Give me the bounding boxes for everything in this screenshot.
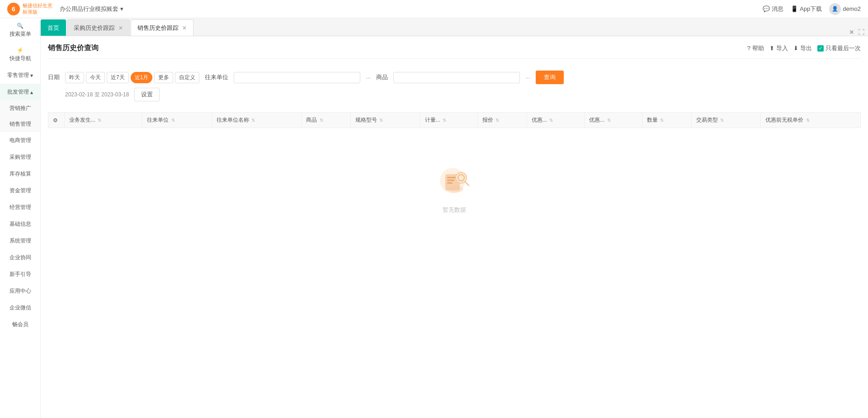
message-action[interactable]: 💬 消息 xyxy=(763,5,783,13)
filter-row-2: 2023-02-18 至 2023-03-18 设置 xyxy=(48,88,861,101)
data-table: ⚙ 业务发生... ⇅ 往来单位 ⇅ 往来单位名称 ⇅ xyxy=(48,112,861,128)
sidebar-item-finance-mgmt[interactable]: 资金管理 xyxy=(0,182,40,199)
close-tab-action-icon[interactable]: ✕ xyxy=(849,28,854,36)
goods-label: 商品 xyxy=(376,73,388,81)
close-sales-tab-icon[interactable]: ✕ xyxy=(182,25,187,31)
svg-rect-5 xyxy=(447,182,453,184)
goods-input[interactable] xyxy=(393,72,520,83)
date-btn-custom[interactable]: 自定义 xyxy=(175,72,199,83)
col-trade-type[interactable]: 交易类型 ⇅ xyxy=(691,113,761,128)
date-btn-last7[interactable]: 近7天 xyxy=(107,72,129,83)
sidebar-item-retail-mgmt[interactable]: 零售管理 ▾ xyxy=(0,67,40,84)
import-icon: ⬆ xyxy=(769,45,774,52)
sort-icon-source-unit-name: ⇅ xyxy=(251,118,255,123)
date-btn-more[interactable]: 更多 xyxy=(154,72,173,83)
col-unit[interactable]: 计量... ⇅ xyxy=(420,113,477,128)
sort-icon-trade-type: ⇅ xyxy=(720,118,724,123)
sort-icon-quantity: ⇅ xyxy=(660,118,664,123)
date-filter-label: 日期 xyxy=(48,73,60,81)
svg-rect-3 xyxy=(447,177,456,178)
sort-icon-discount2: ⇅ xyxy=(607,118,611,123)
date-btn-last1m[interactable]: 近1月 xyxy=(131,72,153,83)
export-action[interactable]: ⬇ 导出 xyxy=(793,44,812,52)
filter-row-1: 日期 昨天 今天 近7天 近1月 更多 自定义 往来单位 ··· 商品 ··· xyxy=(48,71,861,84)
message-icon: 💬 xyxy=(763,5,770,12)
date-range-text: 2023-02-18 至 2023-03-18 xyxy=(65,91,129,99)
help-action[interactable]: ? 帮助 xyxy=(747,44,764,52)
sidebar-item-system-mgmt[interactable]: 系统管理 xyxy=(0,233,40,249)
app-selector[interactable]: 办公用品行业模拟账套 ▾ xyxy=(56,3,127,15)
col-goods[interactable]: 商品 ⇅ xyxy=(302,113,351,128)
source-unit-input[interactable] xyxy=(234,72,360,83)
col-source-unit[interactable]: 往来单位 ⇅ xyxy=(142,113,212,128)
col-pretax-price[interactable]: 优惠前无税单价 ⇅ xyxy=(761,113,861,128)
sidebar-item-quick-nav[interactable]: ⚡ 快捷导航 xyxy=(0,43,40,67)
sidebar-item-business-mgmt[interactable]: 经营管理 xyxy=(0,199,40,216)
sidebar-item-sales-mgmt[interactable]: 销售管理 xyxy=(0,116,40,132)
title-actions: ? 帮助 ⬆ 导入 ⬇ 导出 ✓ 只看最后一次 xyxy=(747,44,861,52)
sidebar-item-search-menu[interactable]: 🔍 搜索菜单 xyxy=(0,18,40,43)
logo-text: 畅捷信好生意 标准版 xyxy=(23,3,52,14)
header-right: 💬 消息 📱 App下载 👤 demo2 xyxy=(763,3,861,15)
svg-rect-4 xyxy=(447,180,454,181)
col-quote[interactable]: 报价 ⇅ xyxy=(478,113,527,128)
logo-area: 6 畅捷信好生意 标准版 xyxy=(7,3,52,15)
sidebar-item-marketing[interactable]: 营销推广 xyxy=(0,100,40,116)
col-source-unit-name[interactable]: 往来单位名称 ⇅ xyxy=(212,113,301,128)
empty-text: 暂无数据 xyxy=(443,206,466,214)
sort-icon-source-unit: ⇅ xyxy=(171,118,175,123)
tab-purchase-history[interactable]: 采购历史价跟踪 ✕ xyxy=(67,19,130,36)
sidebar-item-enterprise-collab[interactable]: 企业协同 xyxy=(0,249,40,266)
sidebar-item-inventory-calc[interactable]: 库存核算 xyxy=(0,166,40,182)
date-btn-yesterday[interactable]: 昨天 xyxy=(65,72,84,83)
col-settings[interactable]: ⚙ xyxy=(48,113,65,128)
sidebar-item-wholesale-mgmt[interactable]: 批发管理 ▴ xyxy=(0,84,40,100)
sidebar-item-member-club[interactable]: 畅会员 xyxy=(0,316,40,333)
sidebar-item-ecommerce-mgmt[interactable]: 电商管理 xyxy=(0,132,40,149)
query-button[interactable]: 查询 xyxy=(536,71,564,84)
maximize-tab-action-icon[interactable]: ⛶ xyxy=(858,28,864,36)
top-header: 6 畅捷信好生意 标准版 办公用品行业模拟账套 ▾ 💬 消息 📱 App下载 👤… xyxy=(0,0,868,18)
goods-dots[interactable]: ··· xyxy=(525,74,530,81)
sidebar-item-basic-info[interactable]: 基础信息 xyxy=(0,216,40,233)
col-quantity[interactable]: 数量 ⇅ xyxy=(642,113,691,128)
nav-icon: ⚡ xyxy=(17,47,24,53)
sidebar-item-enterprise-wechat[interactable]: 企业微信 xyxy=(0,299,40,316)
page-content: 销售历史价查询 ? 帮助 ⬆ 导入 ⬇ 导出 ✓ xyxy=(41,36,868,418)
sales-history-tab-label: 销售历史价跟踪 xyxy=(137,24,179,32)
table-header: ⚙ 业务发生... ⇅ 往来单位 ⇅ 往来单位名称 ⇅ xyxy=(48,113,861,128)
tab-sales-history[interactable]: 销售历史价跟踪 ✕ xyxy=(131,19,193,36)
settings-button[interactable]: 设置 xyxy=(134,88,160,101)
empty-state: 暂无数据 xyxy=(48,128,861,250)
header-left: 6 畅捷信好生意 标准版 办公用品行业模拟账套 ▾ xyxy=(7,3,127,15)
source-unit-dots[interactable]: ··· xyxy=(366,74,371,81)
tab-bar: 首页 采购历史价跟踪 ✕ 销售历史价跟踪 ✕ ✕ ⛶ xyxy=(41,18,868,36)
col-spec[interactable]: 规格型号 ⇅ xyxy=(350,113,420,128)
import-action[interactable]: ⬆ 导入 xyxy=(769,44,788,52)
source-unit-label: 往来单位 xyxy=(205,73,228,81)
sidebar-item-app-center[interactable]: 应用中心 xyxy=(0,283,40,299)
last-only-checkbox[interactable]: ✓ 只看最后一次 xyxy=(817,44,861,52)
sidebar-item-new-guide[interactable]: 新手引导 xyxy=(0,266,40,283)
export-icon: ⬇ xyxy=(793,45,798,52)
col-discount2[interactable]: 优惠... ⇅ xyxy=(585,113,642,128)
user-avatar[interactable]: 👤 demo2 xyxy=(829,3,861,15)
sort-icon-biz-date: ⇅ xyxy=(98,118,101,123)
logo-icon: 6 xyxy=(7,3,20,15)
col-discount1[interactable]: 优惠... ⇅ xyxy=(527,113,584,128)
sidebar-item-purchase-mgmt[interactable]: 采购管理 xyxy=(0,149,40,166)
avatar: 👤 xyxy=(829,3,841,15)
search-icon: 🔍 xyxy=(17,23,24,29)
sidebar: 🔍 搜索菜单 ⚡ 快捷导航 零售管理 ▾ 批发管理 ▴ 营销推广 销售管理 电商… xyxy=(0,18,41,418)
page-title: 销售历史价查询 xyxy=(48,43,99,53)
sort-icon-discount1: ⇅ xyxy=(549,118,553,123)
page-title-bar: 销售历史价查询 ? 帮助 ⬆ 导入 ⬇ 导出 ✓ xyxy=(48,43,861,59)
date-btn-today[interactable]: 今天 xyxy=(86,72,105,83)
col-biz-date[interactable]: 业务发生... ⇅ xyxy=(65,113,142,128)
help-icon: ? xyxy=(747,45,750,52)
tab-home[interactable]: 首页 xyxy=(41,19,66,36)
close-purchase-tab-icon[interactable]: ✕ xyxy=(118,25,123,31)
home-tab-label: 首页 xyxy=(47,24,59,32)
phone-icon: 📱 xyxy=(791,5,798,12)
app-download-action[interactable]: 📱 App下载 xyxy=(791,5,822,13)
